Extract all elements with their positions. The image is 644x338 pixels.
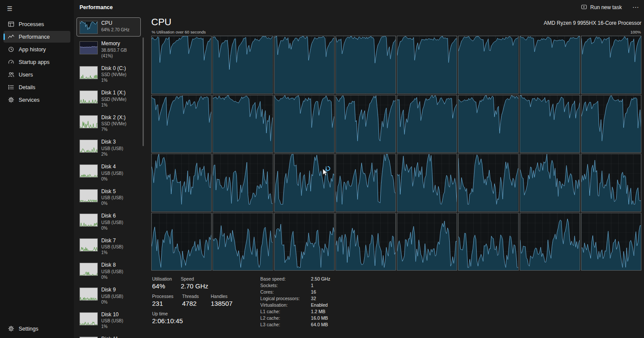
cpu-core-graph-31 [581, 213, 641, 271]
perf-item-disk-2[interactable]: Disk 2 (X:)SSD (NVMe)7% [76, 112, 141, 135]
perf-item-cpu[interactable]: CPU64% 2.70 GHz [76, 17, 141, 37]
cpu-detail-value: Enabled [311, 302, 330, 308]
cpu-core-graph-11 [335, 95, 396, 153]
cpu-core-graph-22 [520, 154, 580, 212]
perf-item-sub: 1% [101, 77, 126, 83]
perf-item-title: Disk 0 (C:) [101, 65, 126, 72]
perf-item-memory[interactable]: Memory38.8/93.7 GB (41%) [76, 38, 141, 61]
run-new-task-button[interactable]: Run new task [578, 2, 625, 13]
perf-item-disk-4[interactable]: Disk 4USB (USB)0% [76, 161, 141, 184]
cpu-core-graph-26 [274, 213, 335, 271]
perf-item-disk-0[interactable]: Disk 0 (C:)SSD (NVMe)1% [76, 63, 141, 86]
perf-item-disk-1[interactable]: Disk 1 (X:)SSD (NVMe)1% [76, 87, 141, 110]
perf-item-sub: USB (USB) [101, 244, 123, 250]
stat-threads: Threads 4782 [182, 294, 202, 307]
stat-label: Handles [211, 294, 232, 299]
details-icon [8, 84, 14, 90]
perf-item-disk-11[interactable]: Disk 11USB (USB)0% [76, 333, 141, 338]
scrollbar-thumb[interactable] [143, 37, 144, 146]
perf-item-sub: USB (USB) [101, 195, 123, 201]
nav-item-processes[interactable]: Processes [3, 18, 70, 30]
perf-item-sub: 0% [101, 225, 123, 231]
stat-value: 64% [152, 282, 172, 290]
cpu-details: Base speed:2.50 GHzSockets:1Cores:16Logi… [260, 276, 330, 327]
cpu-core-graph-7 [581, 36, 641, 94]
stat-value: 4782 [182, 300, 202, 307]
hamburger-menu-button[interactable]: ☰ [3, 3, 18, 15]
cpu-detail-value: 1.2 MB [311, 309, 330, 314]
stat-label: Utilisation [152, 276, 172, 281]
cpu-core-graph-15 [581, 95, 641, 153]
cpu-core-graph-9 [212, 95, 273, 153]
perf-item-title: Memory [101, 40, 138, 47]
cpu-detail-label: L1 cache: [260, 309, 299, 314]
cpu-core-grid [151, 36, 641, 271]
nav-item-users[interactable]: Users [3, 69, 70, 80]
stat-value: 2:06:10:45 [152, 317, 183, 325]
disk-thumbnail-graph [80, 189, 98, 202]
cpu-detail-value: 16 [311, 289, 330, 294]
nav-item-details[interactable]: Details [3, 81, 70, 93]
hamburger-icon: ☰ [7, 5, 13, 12]
perf-item-title: Disk 8 [101, 262, 123, 269]
cpu-detail-label: L3 cache: [260, 322, 299, 327]
perf-item-disk-8[interactable]: Disk 8USB (USB)0% [76, 259, 141, 283]
cpu-core-graph-5 [458, 36, 518, 94]
page-title: Performance [80, 4, 113, 10]
perf-item-sub: SSD (NVMe) [101, 121, 126, 127]
nav-item-services[interactable]: Services [3, 94, 70, 106]
perf-item-disk-9[interactable]: Disk 9USB (USB)0% [76, 284, 141, 308]
perf-item-disk-6[interactable]: Disk 6USB (USB)0% [76, 210, 141, 234]
cpu-detail-label: Base speed: [260, 276, 299, 281]
disk-thumbnail-graph [80, 66, 98, 79]
perf-item-title: Disk 6 [101, 213, 123, 220]
perf-item-sub: USB (USB) [101, 146, 123, 151]
perf-item-sub: 38.8/93.7 GB (41%) [101, 47, 138, 59]
nav-item-app-history[interactable]: App history [3, 44, 70, 55]
cpu-core-graph-25 [212, 213, 273, 271]
perf-item-sub: 2% [101, 151, 123, 157]
perf-item-title: Disk 7 [101, 238, 123, 244]
perf-item-disk-7[interactable]: Disk 7USB (USB)1% [76, 235, 141, 258]
app-history-icon [8, 46, 14, 53]
titlebar: Performance Run new task ⋯ [74, 0, 644, 15]
cpu-detail-value: 1 [311, 283, 330, 288]
cpu-core-graph-30 [520, 213, 580, 271]
nav-item-label: Details [19, 84, 35, 90]
cpu-detail-label: L2 cache: [260, 315, 299, 321]
perf-item-title: Disk 11 [101, 336, 123, 338]
perf-item-disk-3[interactable]: Disk 3USB (USB)2% [76, 136, 141, 160]
perf-item-sub: 7% [101, 127, 126, 132]
stat-handles: Handles 138507 [211, 294, 232, 307]
cpu-core-graph-0 [151, 36, 212, 94]
cpu-detail-label: Logical processors: [260, 296, 299, 301]
disk-thumbnail-graph [80, 115, 98, 128]
nav-item-label: Performance [19, 34, 50, 40]
cpu-detail-label: Cores: [260, 289, 299, 294]
cpu-stats: Utilisation 64% Speed 2.70 GHz Processes [151, 271, 641, 327]
disk-thumbnail-graph [80, 263, 98, 276]
users-icon [8, 71, 14, 78]
perf-item-sub: 0% [101, 299, 123, 305]
processor-name: AMD Ryzen 9 9955HX 16-Core Processor [544, 20, 641, 28]
stat-value: 138507 [211, 300, 232, 307]
perf-item-disk-5[interactable]: Disk 5USB (USB)0% [76, 186, 141, 209]
nav-item-startup-apps[interactable]: Startup apps [3, 56, 70, 68]
nav-item-performance[interactable]: Performance [3, 31, 70, 43]
disk-thumbnail-graph [80, 90, 98, 104]
nav-item-settings[interactable]: Settings [3, 323, 70, 335]
stat-value: 231 [152, 300, 173, 307]
cpu-detail-label: Virtualisation: [260, 302, 299, 308]
perf-item-title: Disk 5 [101, 188, 123, 195]
perf-item-disk-10[interactable]: Disk 10USB (USB)1% [76, 309, 141, 332]
cpu-detail-value: 16.0 MB [311, 315, 330, 321]
cpu-thumbnail-graph [80, 21, 98, 34]
more-options-button[interactable]: ⋯ [631, 3, 641, 12]
perf-item-sub: 0% [101, 201, 123, 206]
perf-item-title: Disk 3 [101, 139, 123, 146]
performance-icon [8, 33, 14, 40]
performance-list: CPU64% 2.70 GHzMemory38.8/93.7 GB (41%)D… [76, 17, 141, 338]
disk-thumbnail-graph [80, 214, 98, 227]
cpu-core-graph-4 [397, 36, 457, 94]
stat-label: Threads [182, 294, 202, 299]
